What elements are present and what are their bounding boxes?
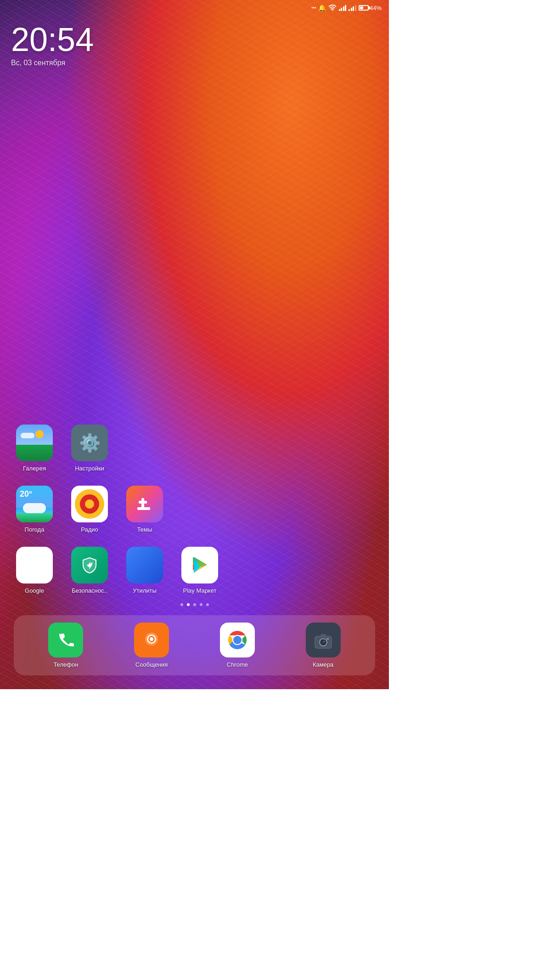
svg-rect-26 (327, 638, 329, 640)
notification-dots: ··· (311, 4, 316, 12)
gallery-icon (16, 425, 53, 461)
weather-icon: 20° (16, 486, 53, 522)
radio-label: Радио (81, 526, 98, 533)
time-section: 20:54 Вс, 03 сентября (0, 14, 389, 72)
app-row-2: 20° Погода Радио (9, 486, 380, 533)
security-icon (71, 547, 108, 583)
themes-icon (126, 486, 163, 522)
signal1-icon (339, 5, 347, 11)
svg-point-16 (150, 637, 153, 641)
weather-label: Погода (25, 526, 45, 533)
app-row-1: Галерея ⚙️ Настройки (9, 425, 380, 472)
app-google[interactable]: Google (14, 547, 55, 594)
page-dot-0[interactable] (180, 603, 183, 606)
phone-label: Телефон (53, 661, 78, 668)
app-gallery[interactable]: Галерея (14, 425, 55, 472)
status-bar: ··· 🔔 (0, 0, 389, 14)
svg-point-0 (332, 10, 333, 11)
camera-icon (306, 623, 341, 657)
chrome-icon (220, 623, 255, 657)
google-icon (16, 547, 53, 583)
chrome-label: Chrome (227, 661, 248, 668)
battery-percentage: 44% (370, 5, 382, 11)
signal2-icon (349, 5, 356, 11)
themes-label: Темы (137, 526, 152, 533)
dock-camera[interactable]: Камера (306, 623, 341, 668)
app-row-3: Google Безопаснос.. (9, 547, 380, 594)
app-themes[interactable]: Темы (124, 486, 165, 533)
date: Вс, 03 сентября (11, 59, 378, 67)
camera-label: Камера (313, 661, 333, 668)
security-label: Безопаснос.. (72, 587, 107, 594)
battery-icon: 44% (359, 5, 382, 11)
phone-icon (48, 623, 83, 657)
settings-icon: ⚙️ (71, 425, 108, 461)
messages-icon (134, 623, 169, 657)
app-utilities[interactable]: Утилиты (124, 547, 165, 594)
app-grid: Галерея ⚙️ Настройки 20° (0, 72, 389, 689)
app-security[interactable]: Безопаснос.. (69, 547, 110, 594)
app-radio[interactable]: Радио (69, 486, 110, 533)
utilities-icon (126, 547, 163, 583)
page-dot-1[interactable] (187, 603, 190, 606)
page-dot-2[interactable] (193, 603, 196, 606)
page-dot-3[interactable] (200, 603, 202, 606)
mute-icon: 🔔 (318, 4, 326, 11)
dock: Телефон Сообщения (14, 615, 375, 675)
gallery-label: Галерея (23, 465, 46, 472)
status-icons: ··· 🔔 (311, 4, 382, 12)
radio-icon (71, 486, 108, 522)
playmarket-label: Play Маркет (183, 587, 217, 594)
settings-label: Настройки (75, 465, 104, 472)
page-indicators (9, 603, 380, 606)
utilities-label: Утилиты (133, 587, 157, 594)
clock: 20:54 (11, 23, 378, 56)
app-settings[interactable]: ⚙️ Настройки (69, 425, 110, 472)
app-weather[interactable]: 20° Погода (14, 486, 55, 533)
messages-label: Сообщения (135, 661, 168, 668)
playmarket-icon (181, 547, 218, 583)
dock-chrome[interactable]: Chrome (220, 623, 255, 668)
svg-point-25 (323, 641, 324, 642)
app-playmarket[interactable]: Play Маркет (179, 547, 220, 594)
google-label: Google (25, 587, 44, 594)
dock-phone[interactable]: Телефон (48, 623, 83, 668)
svg-rect-3 (139, 501, 147, 504)
dock-messages[interactable]: Сообщения (134, 623, 169, 668)
svg-point-19 (233, 636, 242, 644)
page-dot-4[interactable] (206, 603, 209, 606)
wifi-icon (328, 4, 337, 12)
